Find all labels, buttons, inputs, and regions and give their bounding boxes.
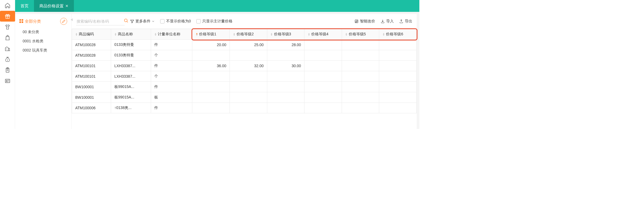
- table-row[interactable]: ATM1000280133奥特曼个: [72, 50, 417, 61]
- collapse-icon[interactable]: [70, 18, 74, 22]
- table-cell[interactable]: [342, 71, 379, 82]
- table-cell[interactable]: [342, 50, 379, 61]
- more-conditions-button[interactable]: 更多条件: [130, 19, 155, 24]
- table-cell[interactable]: [304, 50, 342, 61]
- column-header[interactable]: ▲▼商品名称: [111, 29, 151, 40]
- table-cell[interactable]: 件: [151, 103, 192, 113]
- table-row[interactable]: ATM100006↑0138奥...件: [72, 103, 417, 113]
- table-cell[interactable]: [229, 103, 267, 113]
- table-cell[interactable]: [304, 71, 342, 82]
- table-cell[interactable]: 20.00: [192, 40, 230, 50]
- sidebar-gift[interactable]: [0, 11, 15, 22]
- table-cell[interactable]: [379, 82, 417, 92]
- table-cell[interactable]: [304, 61, 342, 71]
- table-cell[interactable]: [304, 40, 342, 50]
- table-cell[interactable]: ATM100101: [72, 71, 111, 82]
- table-cell[interactable]: [342, 82, 379, 92]
- table-cell[interactable]: [192, 103, 230, 113]
- table-cell[interactable]: LXH33387...: [111, 71, 151, 82]
- table-cell[interactable]: 件: [151, 61, 192, 71]
- search-input[interactable]: [77, 19, 124, 23]
- table-cell[interactable]: [192, 50, 230, 61]
- table-cell[interactable]: [342, 92, 379, 103]
- table-cell[interactable]: [229, 82, 267, 92]
- table-cell[interactable]: 32.00: [229, 61, 267, 71]
- table-cell[interactable]: 个: [151, 71, 192, 82]
- table-cell[interactable]: ↑0138奥...: [111, 103, 151, 113]
- table-cell[interactable]: [267, 103, 304, 113]
- table-cell[interactable]: ATM100028: [72, 50, 111, 61]
- column-header[interactable]: ▲▼价格等级3: [267, 29, 304, 40]
- table-cell[interactable]: [379, 50, 417, 61]
- smart-reprice-button[interactable]: 智能改价: [354, 19, 375, 24]
- column-header[interactable]: ▲▼价格等级6: [379, 29, 417, 40]
- table-cell[interactable]: [342, 103, 379, 113]
- table-cell[interactable]: [229, 50, 267, 61]
- sidebar-shirt[interactable]: S: [0, 22, 15, 32]
- only-main-unit-checkbox[interactable]: 只显示主计量价格: [196, 19, 232, 24]
- table-row[interactable]: BW100001板99015A...件: [72, 82, 417, 92]
- table-cell[interactable]: [379, 40, 417, 50]
- table-cell[interactable]: [379, 103, 417, 113]
- column-header[interactable]: ▲▼价格等级2: [229, 29, 267, 40]
- table-cell[interactable]: 25.00: [229, 40, 267, 50]
- table-cell[interactable]: 个: [151, 50, 192, 61]
- sidebar-money[interactable]: ¥: [0, 54, 15, 65]
- close-icon[interactable]: ✕: [65, 4, 68, 8]
- table-cell[interactable]: 36.00: [192, 61, 230, 71]
- column-header[interactable]: ▲▼价格等级5: [342, 29, 379, 40]
- sidebar-clipboard[interactable]: [0, 65, 15, 76]
- table-cell[interactable]: [379, 71, 417, 82]
- hide-zero-price-checkbox[interactable]: 不显示价格为0: [160, 19, 191, 24]
- table-cell[interactable]: [342, 61, 379, 71]
- table-cell[interactable]: BW100001: [72, 92, 111, 103]
- table-cell[interactable]: [342, 40, 379, 50]
- table-cell[interactable]: [192, 71, 230, 82]
- table-row[interactable]: ATM100101LXH33387...个: [72, 71, 417, 82]
- column-header[interactable]: ▲▼计量单位名称: [151, 29, 192, 40]
- category-item[interactable]: 00 未分类: [15, 28, 71, 37]
- category-item[interactable]: 0002 玩具车类: [15, 46, 71, 55]
- table-row[interactable]: ATM1000280133奥特曼件20.0025.0028.00: [72, 40, 417, 50]
- table-cell[interactable]: [229, 92, 267, 103]
- table-cell[interactable]: [379, 61, 417, 71]
- column-header[interactable]: ▲▼价格等级1: [192, 29, 230, 40]
- sidebar-building[interactable]: [0, 43, 15, 54]
- table-cell[interactable]: [192, 92, 230, 103]
- tab-home[interactable]: 首页: [15, 0, 34, 12]
- table-cell[interactable]: ATM100028: [72, 40, 111, 50]
- table-cell[interactable]: [379, 92, 417, 103]
- column-header[interactable]: ▲▼价格等级4: [304, 29, 342, 40]
- table-cell[interactable]: [267, 92, 304, 103]
- table-cell[interactable]: LXH33387...: [111, 61, 151, 71]
- table-cell[interactable]: [304, 82, 342, 92]
- sidebar-idcard[interactable]: [0, 76, 15, 86]
- table-cell[interactable]: [267, 82, 304, 92]
- table-cell[interactable]: [229, 71, 267, 82]
- category-header[interactable]: 全部分类: [15, 17, 71, 28]
- table-cell[interactable]: 0133奥特曼: [111, 50, 151, 61]
- table-cell[interactable]: 板99015A...: [111, 92, 151, 103]
- table-cell[interactable]: [267, 50, 304, 61]
- table-cell[interactable]: [304, 103, 342, 113]
- table-cell[interactable]: 板: [151, 92, 192, 103]
- table-cell[interactable]: [267, 71, 304, 82]
- export-button[interactable]: 导出: [399, 19, 412, 24]
- table-row[interactable]: BW100001板99015A...板: [72, 92, 417, 103]
- table-cell[interactable]: 件: [151, 82, 192, 92]
- edit-category-button[interactable]: [60, 18, 67, 25]
- search-icon[interactable]: [124, 18, 129, 24]
- table-cell[interactable]: ATM100006: [72, 103, 111, 113]
- import-button[interactable]: 导入: [381, 19, 394, 24]
- table-cell[interactable]: [192, 82, 230, 92]
- table-cell[interactable]: 板99015A...: [111, 82, 151, 92]
- table-cell[interactable]: 30.00: [267, 61, 304, 71]
- table-cell[interactable]: [304, 92, 342, 103]
- table-cell[interactable]: BW100001: [72, 82, 111, 92]
- category-item[interactable]: 0001 水枪类: [15, 37, 71, 46]
- sidebar-bag[interactable]: [0, 32, 15, 43]
- table-cell[interactable]: 0133奥特曼: [111, 40, 151, 50]
- table-cell[interactable]: 28.00: [267, 40, 304, 50]
- table-cell[interactable]: 件: [151, 40, 192, 50]
- tab-price-settings[interactable]: 商品价格设置 ✕: [34, 0, 74, 12]
